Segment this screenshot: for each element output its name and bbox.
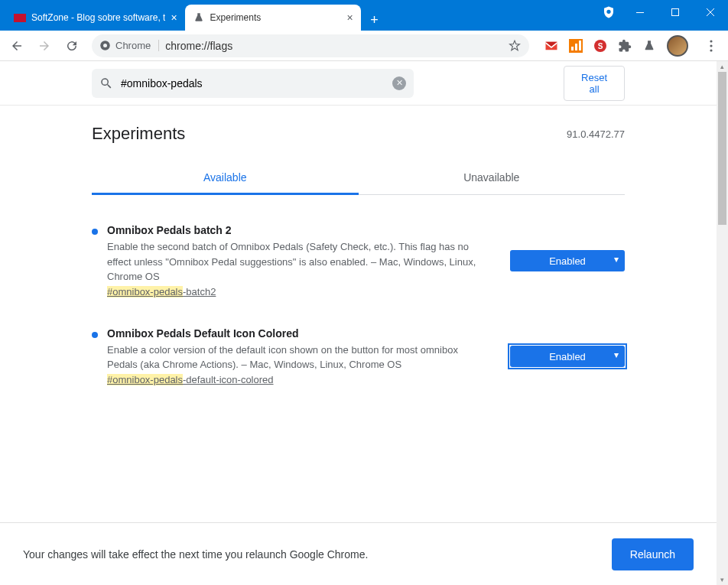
scrollbar-thumb[interactable] bbox=[718, 72, 726, 225]
flag-hash-link[interactable]: #omnibox-pedals-batch2 bbox=[107, 286, 216, 297]
svg-point-4 bbox=[103, 44, 107, 47]
reset-all-button[interactable]: Reset all bbox=[564, 66, 625, 101]
minimize-button[interactable] bbox=[622, 0, 658, 24]
flags-search-bar: ✕ Reset all bbox=[0, 61, 717, 106]
search-box[interactable]: ✕ bbox=[92, 69, 414, 98]
flag-description: Enable the second batch of Omnibox Pedal… bbox=[107, 239, 483, 284]
analytics-icon[interactable] bbox=[569, 39, 583, 53]
maximize-button[interactable] bbox=[658, 0, 693, 24]
content-tabs: Available Unavailable bbox=[92, 162, 625, 195]
flask-ext-icon[interactable] bbox=[642, 39, 656, 53]
new-tab-button[interactable]: + bbox=[364, 9, 385, 31]
tab-available[interactable]: Available bbox=[92, 162, 359, 195]
reload-button[interactable] bbox=[60, 34, 84, 58]
svg-rect-2 bbox=[672, 9, 679, 16]
menu-button[interactable] bbox=[699, 34, 723, 58]
page-title: Experiments bbox=[92, 124, 185, 144]
svg-point-0 bbox=[606, 10, 610, 14]
extensions-area: S bbox=[537, 35, 696, 57]
flask-icon bbox=[193, 11, 205, 24]
flag-state-select[interactable]: Enabled bbox=[510, 250, 625, 271]
page-viewport: ✕ Reset all Experiments 91.0.4472.77 Ava… bbox=[0, 61, 717, 585]
scrollbar[interactable]: ▴ ▾ bbox=[717, 61, 728, 585]
flag-state-select[interactable]: Enabled bbox=[510, 346, 625, 367]
scroll-down-icon[interactable]: ▾ bbox=[717, 574, 728, 585]
bookmark-star-icon[interactable] bbox=[508, 39, 522, 53]
svg-rect-1 bbox=[636, 12, 644, 13]
chrome-icon bbox=[99, 40, 111, 51]
browser-tab-experiments[interactable]: Experiments × bbox=[185, 5, 361, 31]
scroll-up-icon[interactable]: ▴ bbox=[717, 61, 728, 72]
flag-description: Enable a color version of the default ic… bbox=[107, 343, 483, 372]
relaunch-button[interactable]: Relaunch bbox=[612, 538, 694, 570]
modified-dot-icon bbox=[92, 332, 98, 338]
browser-toolbar: Chrome chrome://flags S bbox=[0, 31, 728, 61]
forward-button[interactable] bbox=[32, 34, 57, 58]
clear-search-button[interactable]: ✕ bbox=[392, 76, 406, 90]
profile-avatar[interactable] bbox=[667, 35, 688, 57]
close-window-button[interactable] bbox=[693, 0, 728, 24]
version-text: 91.0.4472.77 bbox=[567, 128, 625, 140]
svg-text:S: S bbox=[598, 42, 603, 50]
search-icon bbox=[99, 76, 113, 90]
search-input[interactable] bbox=[121, 77, 385, 89]
url-text: chrome://flags bbox=[165, 40, 502, 52]
flag-title: Omnibox Pedals Default Icon Colored bbox=[107, 327, 483, 340]
shield-icon[interactable] bbox=[601, 5, 616, 20]
svg-point-12 bbox=[710, 44, 712, 47]
svg-rect-6 bbox=[571, 47, 574, 50]
svg-point-11 bbox=[710, 40, 712, 42]
flag-hash-link[interactable]: #omnibox-pedals-default-icon-colored bbox=[107, 374, 274, 385]
window-controls bbox=[622, 0, 728, 24]
title-bar: SoftZone - Blog sobre software, t × Expe… bbox=[0, 0, 728, 31]
modified-dot-icon bbox=[92, 229, 98, 235]
close-icon[interactable]: × bbox=[346, 11, 353, 24]
tab-title: SoftZone - Blog sobre software, t bbox=[31, 12, 165, 23]
seo-ext-icon[interactable]: S bbox=[593, 39, 607, 53]
address-bar[interactable]: Chrome chrome://flags bbox=[92, 34, 529, 57]
extensions-puzzle-icon[interactable] bbox=[618, 39, 632, 53]
flag-item: Omnibox Pedals batch 2 Enable the second… bbox=[92, 224, 625, 298]
gmail-icon[interactable] bbox=[544, 39, 558, 53]
flag-title: Omnibox Pedals batch 2 bbox=[107, 224, 483, 236]
svg-point-13 bbox=[710, 49, 712, 51]
tab-title: Experiments bbox=[210, 12, 342, 23]
close-icon[interactable]: × bbox=[171, 11, 177, 24]
browser-tabs: SoftZone - Blog sobre software, t × Expe… bbox=[0, 0, 601, 31]
chrome-origin-chip: Chrome bbox=[99, 40, 159, 51]
favicon-softzone bbox=[14, 14, 26, 22]
svg-rect-8 bbox=[579, 41, 581, 50]
browser-tab-softzone[interactable]: SoftZone - Blog sobre software, t × bbox=[6, 5, 185, 31]
relaunch-message: Your changes will take effect the next t… bbox=[23, 548, 368, 561]
relaunch-bar: Your changes will take effect the next t… bbox=[0, 522, 717, 585]
tab-unavailable[interactable]: Unavailable bbox=[359, 162, 626, 194]
svg-rect-7 bbox=[575, 44, 577, 50]
flag-item: Omnibox Pedals Default Icon Colored Enab… bbox=[92, 327, 625, 386]
back-button[interactable] bbox=[5, 34, 29, 58]
